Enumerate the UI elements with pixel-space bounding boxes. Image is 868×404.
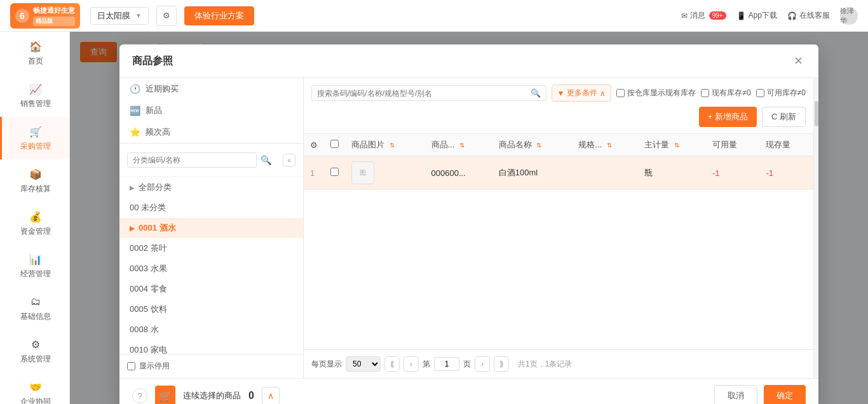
finance-icon: 💰 bbox=[29, 210, 43, 224]
sidebar-item-finance[interactable]: 💰 资金管理 bbox=[0, 202, 69, 245]
category-arrow-icon: ▶ bbox=[130, 225, 135, 232]
modal-header: 商品参照 ✕ bbox=[119, 44, 818, 78]
show-disabled-checkbox[interactable] bbox=[127, 362, 135, 370]
row-checkbox-cell[interactable] bbox=[324, 156, 345, 190]
sidebar-item-home[interactable]: 🏠 首页 bbox=[0, 32, 69, 74]
tab-frequent[interactable]: ⭐ 频次高 bbox=[119, 121, 303, 143]
refresh-button[interactable]: C 刷新 bbox=[762, 107, 806, 127]
help-button[interactable]: ? bbox=[132, 388, 147, 403]
sidebar-item-base-info[interactable]: 🗂 基础信息 bbox=[0, 287, 69, 330]
th-avail: 可用量 bbox=[706, 134, 760, 156]
category-all[interactable]: ▶ 全部分类 bbox=[119, 177, 303, 198]
sidebar-label-operations: 经营管理 bbox=[20, 269, 51, 279]
avail-checkbox[interactable] bbox=[756, 89, 764, 97]
scrollbar-thumb[interactable] bbox=[815, 101, 818, 126]
category-search-input[interactable] bbox=[127, 152, 257, 168]
phone-icon: 📱 bbox=[736, 11, 746, 20]
logo-icon: 6 bbox=[15, 9, 29, 23]
page-last-button[interactable]: ⟫ bbox=[494, 356, 509, 372]
sidebar-label-system: 系统管理 bbox=[20, 354, 51, 365]
row-avail: -1 bbox=[706, 156, 760, 190]
store-dropdown[interactable]: 日太阳膜 ▼ bbox=[90, 7, 149, 25]
sort-name-icon: ⇅ bbox=[536, 142, 541, 149]
messages-button[interactable]: ✉ 消息 99+ bbox=[681, 10, 726, 21]
page-next-button[interactable]: › bbox=[475, 356, 490, 372]
warehouse-filter[interactable]: 按仓库显示现有库存 bbox=[616, 88, 696, 98]
star-icon: ⭐ bbox=[130, 127, 140, 137]
sidebar-label-finance: 资金管理 bbox=[20, 226, 51, 237]
avail-filter[interactable]: 可用库存≠0 bbox=[756, 88, 806, 98]
sidebar-item-sales[interactable]: 📈 销售管理 bbox=[0, 74, 69, 117]
row-code: 000600... bbox=[425, 156, 492, 190]
page-prev-button[interactable]: ‹ bbox=[403, 356, 419, 372]
row-stock: -1 bbox=[759, 156, 813, 190]
cart-icon[interactable]: 🛒 bbox=[155, 386, 175, 404]
row-checkbox[interactable] bbox=[330, 168, 339, 176]
category-search-icon[interactable]: 🔍 bbox=[261, 155, 271, 165]
right-toolbar: 🔍 ▼ 更多条件 ∧ 按仓库显示现有库存 bbox=[304, 78, 813, 134]
filter-more-button[interactable]: ▼ 更多条件 ∧ bbox=[552, 84, 612, 102]
row-unit: 瓶 bbox=[638, 156, 706, 190]
customer-service-button[interactable]: 🎧 在线客服 bbox=[787, 10, 830, 21]
collapse-button[interactable]: « bbox=[283, 154, 295, 166]
category-0008[interactable]: 0008 水 bbox=[119, 320, 303, 340]
filter-icon: ▼ bbox=[557, 89, 565, 98]
stock-filter[interactable]: 现有库存≠0 bbox=[701, 88, 750, 98]
modal-title: 商品参照 bbox=[132, 55, 173, 68]
tab-new[interactable]: 🆕 新品 bbox=[119, 100, 303, 121]
category-0004[interactable]: 0004 零食 bbox=[119, 279, 303, 299]
category-0010[interactable]: 0010 家电 bbox=[119, 340, 303, 354]
sidebar-item-inventory[interactable]: 📦 库存核算 bbox=[0, 159, 69, 202]
toolbar-actions: + 新增商品 C 刷新 bbox=[699, 107, 806, 127]
warehouse-checkbox[interactable] bbox=[616, 89, 625, 97]
sales-icon: 📈 bbox=[29, 82, 43, 96]
settings-icon[interactable]: ⚙ bbox=[156, 6, 177, 26]
collab-icon: 🤝 bbox=[29, 380, 43, 394]
footer-collapse-button[interactable]: ∧ bbox=[262, 387, 280, 404]
dropdown-arrow-icon: ▼ bbox=[135, 12, 142, 19]
product-image: 图 bbox=[351, 161, 374, 184]
category-0003[interactable]: 0003 水果 bbox=[119, 259, 303, 279]
category-uncategorized[interactable]: 00 未分类 bbox=[119, 198, 303, 218]
tab-recent[interactable]: 🕐 近期购买 bbox=[119, 78, 303, 100]
page-number-input[interactable] bbox=[434, 357, 459, 371]
category-0002[interactable]: 0002 茶叶 bbox=[119, 238, 303, 259]
th-spec: 规格... ⇅ bbox=[572, 134, 638, 156]
category-0005[interactable]: 0005 饮料 bbox=[119, 299, 303, 320]
new-icon: 🆕 bbox=[130, 105, 140, 116]
th-checkbox[interactable] bbox=[324, 134, 345, 156]
table-row[interactable]: 1 图 000600... 白酒100ml 瓶 bbox=[304, 156, 813, 190]
page-first-button[interactable]: ⟪ bbox=[384, 356, 400, 372]
app-download-button[interactable]: 📱 App下载 bbox=[736, 10, 777, 21]
cancel-button[interactable]: 取消 bbox=[714, 385, 757, 404]
show-disabled-label[interactable]: 显示停用 bbox=[139, 361, 170, 372]
sidebar-item-collab[interactable]: 🤝 企业协同 bbox=[0, 372, 69, 404]
product-table-container: ⚙ 商品图片 ⇅ 商品... ⇅ bbox=[304, 134, 813, 349]
sidebar-item-system[interactable]: ⚙ 系统管理 bbox=[0, 330, 69, 372]
th-code: 商品... ⇅ bbox=[425, 134, 492, 156]
stock-checkbox[interactable] bbox=[701, 89, 709, 97]
category-0001[interactable]: ▶ 0001 酒水 bbox=[119, 218, 303, 238]
modal-close-button[interactable]: ✕ bbox=[790, 53, 806, 69]
avatar[interactable]: 徐泽华 bbox=[840, 7, 858, 25]
sidebar-label-purchase: 采购管理 bbox=[20, 141, 51, 152]
sidebar: 🏠 首页 📈 销售管理 🛒 采购管理 📦 库存核算 💰 资金管理 📊 经营管理 … bbox=[0, 32, 70, 404]
sidebar-label-home: 首页 bbox=[28, 56, 43, 67]
operations-icon: 📊 bbox=[29, 252, 43, 266]
product-search-input[interactable] bbox=[317, 89, 531, 98]
add-product-button[interactable]: + 新增商品 bbox=[699, 107, 757, 127]
sidebar-label-inventory: 库存核算 bbox=[20, 184, 51, 194]
main-layout: 🏠 首页 📈 销售管理 🛒 采购管理 📦 库存核算 💰 资金管理 📊 经营管理 … bbox=[0, 32, 868, 404]
per-page-select[interactable]: 50 100 200 bbox=[346, 356, 381, 372]
product-search-icon[interactable]: 🔍 bbox=[531, 88, 541, 98]
sidebar-item-operations[interactable]: 📊 经营管理 bbox=[0, 245, 69, 287]
recent-icon: 🕐 bbox=[130, 84, 140, 94]
table-scrollbar[interactable] bbox=[813, 78, 818, 378]
topbar-right: ✉ 消息 99+ 📱 App下载 🎧 在线客服 徐泽华 bbox=[681, 7, 858, 25]
th-settings[interactable]: ⚙ bbox=[304, 134, 324, 156]
confirm-button[interactable]: 确定 bbox=[764, 385, 806, 404]
sidebar-item-purchase[interactable]: 🛒 采购管理 bbox=[0, 117, 69, 159]
select-all-checkbox[interactable] bbox=[330, 140, 339, 148]
trial-button[interactable]: 体验行业方案 bbox=[184, 6, 254, 25]
th-image: 商品图片 ⇅ bbox=[345, 134, 425, 156]
